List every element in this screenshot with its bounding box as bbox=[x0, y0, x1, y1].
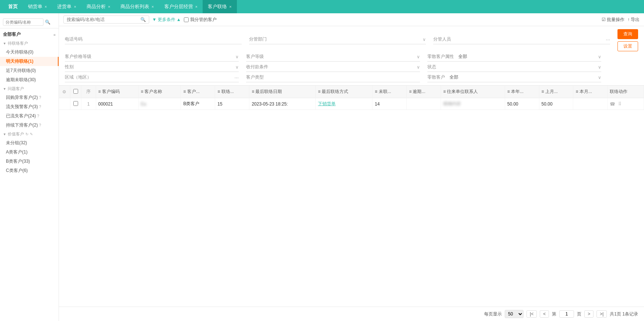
col-checkbox-header[interactable] bbox=[70, 86, 81, 98]
row-last-contact-date-cell: 2023-05-23 18:25: bbox=[249, 98, 316, 110]
col-last-month-header[interactable]: ≡ 上月... bbox=[539, 86, 573, 98]
first-page-btn[interactable]: |< bbox=[526, 310, 537, 318]
close-goods-analysis-list-icon[interactable]: × bbox=[151, 4, 154, 9]
retail-customer-label: 零散客户 bbox=[427, 74, 445, 80]
close-customer-contact-icon[interactable]: × bbox=[229, 4, 231, 9]
row-last-month-cell: 50.00 bbox=[539, 98, 573, 110]
row-checkbox-cell[interactable] bbox=[70, 98, 81, 110]
sidebar-search-input[interactable] bbox=[3, 18, 43, 26]
nav-customer-contact[interactable]: 客户联络 × bbox=[203, 0, 237, 13]
customer-level-dropdown-icon[interactable]: ∨ bbox=[417, 54, 420, 59]
close-sales-icon[interactable]: × bbox=[45, 4, 47, 9]
collapse-icon[interactable]: « bbox=[53, 32, 56, 37]
sidebar-item-type-a[interactable]: A类客户(1) bbox=[0, 148, 59, 157]
value-customers-refresh-icon[interactable]: ↻ bbox=[25, 132, 28, 136]
col-last-contact-date-header[interactable]: ≡ 最后联络日期 bbox=[249, 86, 316, 98]
prev-page-btn[interactable]: < bbox=[540, 310, 549, 318]
filter-row-1: 电话号码 分管部门 ∨ 分管人员 ··· 查询 设置 bbox=[65, 29, 638, 51]
payment-label: 收付款条件 bbox=[246, 64, 268, 70]
set-btn[interactable]: 设置 bbox=[617, 41, 638, 51]
nav-home[interactable]: 首页 bbox=[3, 0, 23, 13]
contact-method-link[interactable]: 下销货单 bbox=[318, 101, 336, 106]
customer-type-input[interactable] bbox=[267, 75, 420, 80]
price-level-dropdown-icon[interactable]: ∨ bbox=[235, 54, 239, 59]
customer-level-input[interactable] bbox=[267, 54, 420, 59]
chevron-up-icon: ▲ bbox=[176, 17, 181, 22]
table-row: 1 000021 Ea B类客户 15 2023-05-23 18:25: 下销… bbox=[59, 98, 644, 110]
search-icon[interactable]: 🔍 bbox=[140, 17, 146, 22]
batch-ops-label: 批量操作 bbox=[607, 17, 624, 23]
select-all-checkbox[interactable] bbox=[73, 89, 78, 94]
status-input[interactable] bbox=[439, 65, 601, 70]
col-contacts-header[interactable]: ≡ 联络... bbox=[215, 86, 249, 98]
region-ellipsis-icon[interactable]: ··· bbox=[234, 75, 239, 80]
last-page-btn[interactable]: >| bbox=[596, 310, 607, 318]
sidebar-item-week[interactable]: 近7天待联络(0) bbox=[0, 66, 59, 75]
gender-dropdown-icon[interactable]: ∨ bbox=[235, 65, 239, 70]
batch-ops-btn[interactable]: ☑ 批量操作 bbox=[602, 17, 624, 23]
row-checkbox[interactable] bbox=[73, 101, 78, 106]
sidebar-item-type-b[interactable]: B类客户(33) bbox=[0, 157, 59, 166]
col-overdue-header[interactable]: ≡ 逾期... bbox=[407, 86, 441, 98]
page-input[interactable] bbox=[559, 310, 574, 318]
payment-dropdown-icon[interactable]: ∨ bbox=[417, 65, 420, 70]
customer-table: ⚙ 序 ≡ 客户编码 ≡ 客户名称 ≡ 客户... ≡ 联络... ≡ 最后联络… bbox=[59, 86, 644, 110]
dept-input[interactable] bbox=[270, 37, 426, 42]
payment-input[interactable] bbox=[271, 65, 420, 70]
more-conditions-btn[interactable]: ▼ 更多条件 ▲ bbox=[152, 17, 181, 23]
manager-input[interactable] bbox=[454, 37, 610, 42]
sidebar-item-repurchase-abnormal[interactable]: 回购异常客户(2) ? bbox=[0, 93, 59, 102]
all-customers-header[interactable]: 全部客户 « bbox=[0, 30, 59, 39]
sidebar-item-tomorrow[interactable]: 明天待联络(1) bbox=[0, 57, 59, 66]
price-level-input[interactable] bbox=[94, 54, 239, 59]
sidebar-search-icon[interactable]: 🔍 bbox=[45, 20, 50, 25]
nav-goods-analysis[interactable]: 商品分析 × bbox=[81, 0, 115, 13]
sidebar-item-type-c[interactable]: C类客户(6) bbox=[0, 166, 59, 175]
export-icon: ↑ bbox=[627, 17, 630, 22]
phone-input[interactable] bbox=[85, 37, 242, 42]
value-customers-edit-icon[interactable]: ✎ bbox=[30, 132, 33, 136]
content-area: 🔍 ▼ 更多条件 ▲ 我分管的客户 ☑ 批量操作 ↑ 导出 bbox=[59, 13, 644, 321]
dept-dropdown-icon[interactable]: ∨ bbox=[423, 37, 426, 42]
action-more-icon[interactable]: ⠿ bbox=[618, 101, 622, 107]
company-contact-blurred: 模糊内容 bbox=[443, 101, 461, 106]
manager-ellipsis-icon[interactable]: ··· bbox=[606, 37, 610, 42]
gender-input[interactable] bbox=[77, 65, 239, 70]
nav-goods-analysis-list[interactable]: 商品分析列表 × bbox=[115, 0, 159, 13]
sidebar-item-ungrouped[interactable]: 未分组(32) bbox=[0, 138, 59, 148]
sidebar-item-declining[interactable]: 持续下滑客户(2) ? bbox=[0, 121, 59, 130]
page-size-select[interactable]: 50 100 200 bbox=[505, 310, 524, 318]
col-type-header[interactable]: ≡ 客户... bbox=[181, 86, 215, 98]
row-this-month-cell bbox=[573, 98, 608, 110]
col-this-year-header[interactable]: ≡ 本年... bbox=[505, 86, 539, 98]
status-dropdown-icon[interactable]: ∨ bbox=[598, 65, 601, 70]
sidebar-item-today[interactable]: 今天待联络(0) bbox=[0, 48, 59, 57]
nav-sales[interactable]: 销货单 × bbox=[23, 0, 52, 13]
search-input[interactable] bbox=[67, 17, 140, 22]
col-code-header[interactable]: ≡ 客户编码 bbox=[96, 86, 138, 98]
col-settings-header[interactable]: ⚙ bbox=[59, 86, 70, 98]
retail-customer-dropdown-icon[interactable]: ∨ bbox=[598, 75, 601, 80]
close-purchase-icon[interactable]: × bbox=[74, 4, 76, 9]
close-customer-tier-icon[interactable]: × bbox=[195, 4, 197, 9]
close-goods-analysis-icon[interactable]: × bbox=[108, 4, 110, 9]
col-name-header[interactable]: ≡ 客户名称 bbox=[138, 86, 181, 98]
sidebar-item-churn-warning[interactable]: 流失预警客户(3) ? bbox=[0, 102, 59, 111]
my-customers-checkbox[interactable] bbox=[184, 17, 189, 22]
nav-customer-tier[interactable]: 客户分层经营 × bbox=[159, 0, 203, 13]
export-btn[interactable]: ↑ 导出 bbox=[627, 17, 640, 23]
nav-purchase[interactable]: 进货单 × bbox=[52, 0, 81, 13]
col-uncontacted-header[interactable]: ≡ 未联... bbox=[372, 86, 407, 98]
retail-attr-dropdown-icon[interactable]: ∨ bbox=[598, 54, 601, 59]
sidebar-item-overdue[interactable]: 逾期未联络(30) bbox=[0, 75, 59, 84]
region-input[interactable] bbox=[94, 75, 239, 80]
next-page-btn[interactable]: > bbox=[584, 310, 594, 318]
query-btn[interactable]: 查询 bbox=[617, 29, 638, 39]
sidebar-item-churned[interactable]: 已流失客户(24) ? bbox=[0, 111, 59, 121]
my-customers-checkbox-label[interactable]: 我分管的客户 bbox=[184, 17, 217, 23]
action-call-icon[interactable]: ☎ bbox=[610, 101, 615, 107]
filter-row-2: 客户价格等级 ∨ 客户等级 ∨ 零散客户属性 全部 ∨ bbox=[65, 54, 638, 62]
col-this-month-header[interactable]: ≡ 本月... bbox=[573, 86, 608, 98]
col-last-contact-method-header[interactable]: ≡ 最后联络方式 bbox=[315, 86, 372, 98]
col-company-contact-header[interactable]: ≡ 往来单位联系人 bbox=[441, 86, 505, 98]
